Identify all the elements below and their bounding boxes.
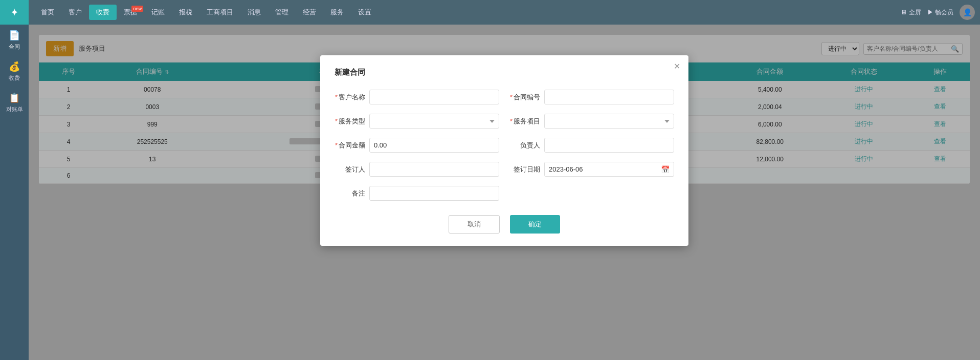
content-area: 新增 服务项目 进行中 已完成 已终止 🔍: [29, 25, 980, 360]
member-btn[interactable]: ▶ 畅会员: [927, 8, 953, 17]
nav-manage[interactable]: 管理: [268, 5, 296, 20]
service-item-select[interactable]: [544, 114, 674, 129]
nav-message[interactable]: 消息: [240, 5, 268, 20]
modal-footer: 取消 确定: [335, 215, 674, 234]
service-item-label: *服务项目: [509, 117, 540, 126]
nav-settings[interactable]: 设置: [351, 5, 378, 20]
form-group-signatory: 签订人: [335, 162, 499, 177]
nav-invoice[interactable]: 票据 new: [117, 5, 144, 20]
top-navigation: 首页 客户 收费 票据 new 记账 报税 工商项目 消息 管理 经营 服务 设…: [29, 0, 980, 25]
service-type-label: *服务类型: [335, 117, 365, 126]
nav-home[interactable]: 首页: [34, 5, 61, 20]
form-row-1: *客户名称 *合同编号: [335, 90, 674, 104]
amount-input[interactable]: [369, 138, 499, 153]
close-button[interactable]: ✕: [674, 61, 680, 71]
fullscreen-btn[interactable]: 🖥 全屏: [901, 8, 921, 17]
signatory-label: 签订人: [335, 165, 365, 174]
service-type-select[interactable]: [369, 114, 499, 129]
form-row-4: 签订人 签订日期 📅: [335, 162, 674, 177]
nav-tax[interactable]: 报税: [172, 5, 199, 20]
modal-overlay: ✕ 新建合同 *客户名称 *合同编号: [29, 25, 980, 360]
nav-fee[interactable]: 收费: [89, 5, 117, 20]
amount-label: *合同金额: [335, 141, 365, 150]
sidebar-item-label: 收费: [9, 74, 20, 82]
cancel-button[interactable]: 取消: [449, 215, 500, 234]
app-logo[interactable]: ✦: [0, 0, 29, 25]
contract-no-input[interactable]: [544, 90, 674, 104]
form-group-remarks: 备注: [335, 186, 499, 201]
fee-icon: 💰: [9, 61, 20, 72]
nav-customer[interactable]: 客户: [61, 5, 89, 20]
new-contract-modal: ✕ 新建合同 *客户名称 *合同编号: [320, 55, 688, 246]
form-group-charge-person: 负责人: [509, 138, 674, 153]
sidebar-item-statement[interactable]: 📋 对账单: [0, 87, 29, 118]
calendar-icon[interactable]: 📅: [657, 165, 674, 174]
form-group-contract-no: *合同编号: [509, 90, 674, 104]
customer-name-input[interactable]: [369, 90, 499, 104]
nav-bookkeeping[interactable]: 记账: [144, 5, 172, 20]
sidebar-item-contract[interactable]: 📄 合同: [0, 25, 29, 56]
remarks-label: 备注: [335, 189, 365, 198]
main-area: 首页 客户 收费 票据 new 记账 报税 工商项目 消息 管理 经营 服务 设…: [29, 0, 980, 360]
form-group-amount: *合同金额: [335, 138, 499, 153]
confirm-button[interactable]: 确定: [510, 215, 560, 234]
sign-date-label: 签订日期: [509, 165, 540, 174]
form-group-service-type: *服务类型: [335, 114, 499, 129]
form-group-customer: *客户名称: [335, 90, 499, 104]
form-group-sign-date: 签订日期 📅: [509, 162, 674, 177]
nav-business[interactable]: 工商项目: [199, 5, 240, 20]
customer-name-label: *客户名称: [335, 93, 365, 102]
charge-person-label: 负责人: [509, 141, 540, 150]
form-row-5: 备注: [335, 186, 674, 201]
contract-no-label: *合同编号: [509, 93, 540, 102]
nav-operation[interactable]: 经营: [296, 5, 323, 20]
charge-person-input[interactable]: [544, 138, 674, 153]
statement-icon: 📋: [9, 92, 20, 103]
sign-date-input[interactable]: [545, 162, 657, 176]
modal-title: 新建合同: [335, 68, 674, 77]
date-input-wrap: 📅: [544, 162, 674, 177]
sidebar-item-label: 合同: [9, 43, 20, 51]
signatory-input[interactable]: [369, 162, 499, 177]
form-group-service-item: *服务项目: [509, 114, 674, 129]
remarks-input[interactable]: [369, 186, 499, 201]
nav-service[interactable]: 服务: [323, 5, 351, 20]
sidebar: ✦ 📄 合同 💰 收费 📋 对账单: [0, 0, 29, 360]
topnav-right: 🖥 全屏 ▶ 畅会员 👤: [901, 5, 975, 20]
contract-icon: 📄: [9, 30, 20, 41]
form-row-2: *服务类型 *服务项目: [335, 114, 674, 129]
new-badge: new: [131, 6, 143, 12]
form-row-3: *合同金额 负责人: [335, 138, 674, 153]
sidebar-item-fee[interactable]: 💰 收费: [0, 56, 29, 87]
avatar[interactable]: 👤: [960, 5, 975, 20]
sidebar-item-label: 对账单: [6, 105, 23, 113]
